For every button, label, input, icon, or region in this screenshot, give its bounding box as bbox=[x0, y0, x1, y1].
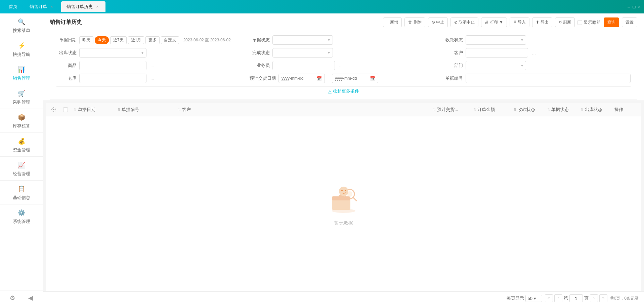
tab-home[interactable]: 首页 bbox=[3, 1, 23, 12]
th-customer[interactable]: ⇅ 客户 bbox=[175, 107, 430, 113]
order-number-input[interactable] bbox=[466, 74, 631, 83]
warehouse-text-input[interactable] bbox=[82, 76, 143, 81]
th-settings[interactable] bbox=[48, 107, 60, 112]
delivery-date-section: 预计交货日期 📅 — 📅 bbox=[250, 74, 437, 83]
refresh-button[interactable]: ↺ 刷新 bbox=[555, 17, 575, 27]
salesperson-label: 业务员 bbox=[250, 63, 270, 69]
import-button[interactable]: ⬇ 导入 bbox=[510, 17, 529, 27]
order-status-chevron: ▾ bbox=[328, 38, 330, 42]
order-number-text-input[interactable] bbox=[469, 76, 628, 81]
sidebar-item-sales[interactable]: 📊 销售管理 bbox=[0, 61, 43, 85]
salesperson-input[interactable] bbox=[272, 61, 335, 70]
th-payment-status[interactable]: ⇅ 收款状态 bbox=[511, 107, 545, 113]
th-order-status[interactable]: ⇅ 单据状态 bbox=[545, 107, 578, 113]
display-col-checkbox[interactable] bbox=[577, 20, 582, 25]
sidebar-item-inventory[interactable]: 📦 库存核算 bbox=[0, 109, 43, 133]
more-btn[interactable]: 更多 bbox=[145, 36, 160, 44]
next-page-button[interactable]: › bbox=[590, 294, 598, 302]
delivery-date-to-input[interactable]: 📅 bbox=[332, 74, 378, 83]
delivery-date-from-text[interactable] bbox=[282, 76, 315, 81]
salesperson-ellipsis[interactable]: ... bbox=[338, 63, 344, 68]
th-amount[interactable]: ⇅ 订单金额 bbox=[471, 107, 511, 113]
purchase-icon: 🛒 bbox=[18, 90, 25, 97]
last1m-btn[interactable]: 近1月 bbox=[128, 36, 144, 44]
restore-button[interactable]: □ bbox=[633, 4, 636, 9]
select-all-checkbox[interactable] bbox=[63, 107, 68, 112]
minimize-button[interactable]: – bbox=[628, 4, 630, 9]
sidebar-item-basic-info[interactable]: 📋 基础信息 bbox=[0, 181, 43, 204]
salesperson-text-input[interactable] bbox=[275, 63, 332, 68]
cancel-stop-button[interactable]: ⊘ 取消中止 bbox=[450, 17, 478, 27]
tab-sales-order[interactable]: 销售订单 × bbox=[24, 1, 60, 12]
filter-row-1: 单据日期 昨天 今天 近7天 近1月 更多 自定义 2023-06-02 至 2… bbox=[56, 35, 631, 45]
page-size-box[interactable]: 50 ▾ bbox=[525, 295, 542, 302]
close-tab-sales-order[interactable]: × bbox=[49, 4, 54, 9]
settings-button[interactable]: 设置 bbox=[622, 17, 637, 27]
warehouse-ellipsis[interactable]: ... bbox=[149, 76, 156, 81]
product-input[interactable] bbox=[79, 61, 146, 70]
department-chevron: ▾ bbox=[521, 63, 523, 68]
empty-text: 暂无数据 bbox=[334, 220, 353, 226]
stop-button[interactable]: ⊘ 中止 bbox=[428, 17, 448, 27]
sidebar-item-system[interactable]: ⚙️ 系统管理 bbox=[0, 204, 43, 228]
last-page-button[interactable]: » bbox=[599, 294, 607, 302]
delivery-date-from-input[interactable]: 📅 bbox=[278, 74, 325, 83]
close-button[interactable]: × bbox=[638, 4, 641, 9]
date-filter-section: 单据日期 昨天 今天 近7天 近1月 更多 自定义 2023-06-02 至 2… bbox=[56, 36, 244, 44]
collapse-more-button[interactable]: △ 收起更多条件 bbox=[56, 86, 631, 96]
new-button[interactable]: + 新增 bbox=[383, 17, 402, 27]
customer-text-input[interactable] bbox=[469, 50, 525, 55]
window-controls: – □ × bbox=[628, 4, 641, 9]
th-date[interactable]: ⇅ 单据日期 bbox=[71, 107, 115, 113]
th-action: 操作 bbox=[612, 107, 639, 113]
th-delivery[interactable]: ⇅ 预计交货... bbox=[430, 107, 471, 113]
sidebar-item-finance[interactable]: 💰 资金管理 bbox=[0, 133, 43, 157]
svg-point-9 bbox=[339, 187, 348, 196]
first-page-button[interactable]: « bbox=[545, 294, 553, 302]
complete-status-label: 完成状态 bbox=[250, 50, 270, 56]
sidebar-item-operations[interactable]: 📈 经营管理 bbox=[0, 157, 43, 181]
th-order-no[interactable]: ⇅ 单据编号 bbox=[115, 107, 175, 113]
sidebar-collapse-button[interactable]: ◀ bbox=[28, 294, 33, 302]
th-checkbox[interactable] bbox=[60, 107, 71, 112]
product-text-input[interactable] bbox=[82, 63, 143, 68]
tab-sales-order-history[interactable]: 销售订单历史 × bbox=[61, 1, 105, 12]
delivery-date-to-text[interactable] bbox=[335, 76, 369, 81]
query-button[interactable]: 查询 bbox=[604, 17, 619, 27]
pagination-bar: 每页显示 50 ▾ « ‹ 第 页 › » 共0页，0条记录 bbox=[43, 291, 644, 305]
department-select[interactable]: ▾ bbox=[466, 61, 526, 70]
customer-input[interactable] bbox=[466, 48, 528, 58]
sort-order-no-icon: ⇅ bbox=[118, 108, 120, 111]
table-container: ⇅ 单据日期 ⇅ 单据编号 ⇅ 客户 ⇅ 预计交货... ⇅ 订单金额 bbox=[46, 103, 641, 291]
prev-page-button[interactable]: ‹ bbox=[554, 294, 562, 302]
sidebar-label-operations: 经营管理 bbox=[13, 171, 30, 177]
sidebar-item-quick-nav[interactable]: ⚡ 快捷导航 bbox=[0, 37, 43, 61]
th-date-label: 单据日期 bbox=[78, 107, 95, 113]
order-status-section: 单据状态 ▾ bbox=[250, 35, 437, 45]
sidebar-settings-button[interactable]: ⚙ bbox=[10, 294, 15, 302]
product-ellipsis[interactable]: ... bbox=[149, 63, 156, 68]
complete-status-select[interactable]: ▾ bbox=[272, 48, 333, 58]
yesterday-btn[interactable]: 昨天 bbox=[79, 36, 93, 44]
print-button[interactable]: 🖨 打印 ▼ bbox=[481, 17, 507, 27]
sidebar-item-search-menu[interactable]: 🔍 搜索菜单 bbox=[0, 13, 43, 37]
delivery-status-select[interactable]: ▾ bbox=[79, 48, 146, 58]
today-btn[interactable]: 今天 bbox=[95, 36, 109, 44]
th-payment-status-label: 收款状态 bbox=[518, 107, 535, 113]
page-number-input[interactable] bbox=[569, 294, 583, 302]
custom-btn[interactable]: 自定义 bbox=[161, 36, 179, 44]
last7-btn[interactable]: 近7天 bbox=[110, 36, 127, 44]
close-tab-sales-order-history[interactable]: × bbox=[95, 4, 100, 9]
sidebar-label-sales: 销售管理 bbox=[13, 75, 30, 81]
sidebar: 🔍 搜索菜单 ⚡ 快捷导航 📊 销售管理 🛒 采购管理 📦 库存核算 💰 资金管… bbox=[0, 13, 43, 305]
order-status-select[interactable]: ▾ bbox=[272, 35, 333, 45]
delete-button[interactable]: 🗑 删除 bbox=[404, 17, 425, 27]
payment-status-select[interactable]: ▾ bbox=[466, 35, 526, 45]
warehouse-input[interactable] bbox=[79, 74, 146, 83]
system-icon: ⚙️ bbox=[18, 209, 25, 217]
th-delivery-status[interactable]: ⇅ 出库状态 bbox=[578, 107, 612, 113]
sidebar-item-purchase[interactable]: 🛒 采购管理 bbox=[0, 85, 43, 109]
export-button[interactable]: ⬆ 导出 bbox=[532, 17, 552, 27]
customer-ellipsis[interactable]: ... bbox=[531, 50, 537, 55]
display-col-toggle[interactable]: 显示暗组 bbox=[577, 20, 601, 26]
